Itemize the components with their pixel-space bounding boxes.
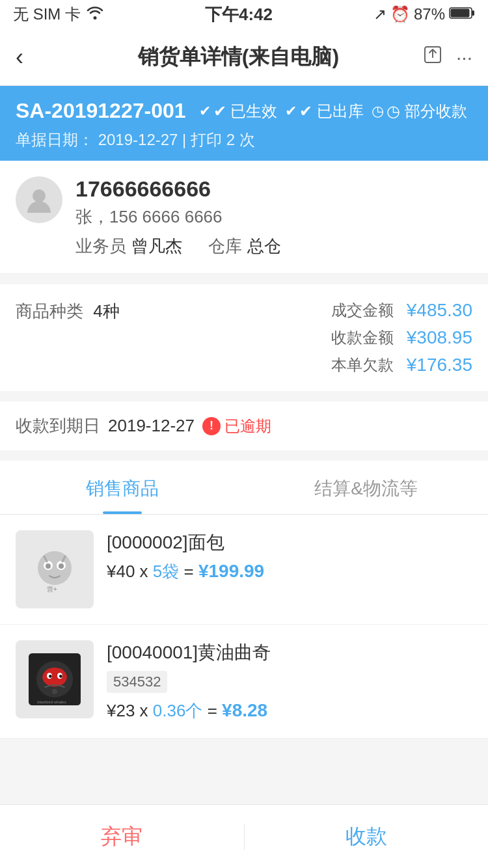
product-name-cookie: [00040001]黄油曲奇: [107, 640, 472, 665]
svg-point-19: [52, 689, 57, 694]
status-bar: 无 SIM 卡 下午4:42 ↗ ⏰ 87%: [0, 0, 488, 29]
svg-rect-14: [42, 674, 66, 680]
customer-section: 17666666666 张，156 6666 6666 业务员 曾凡杰 仓库 总…: [0, 161, 488, 274]
alarm-icon: ⏰: [390, 5, 410, 23]
sim-indicator: 无 SIM 卡: [13, 4, 81, 25]
product-image-cookie: blackbird whales: [16, 640, 94, 718]
svg-point-5: [38, 551, 72, 585]
category-label: 商品种类: [16, 301, 83, 321]
product-item: blackbird whales [00040001]黄油曲奇 534532 ¥…: [0, 625, 488, 739]
customer-avatar: [16, 176, 62, 223]
warehouse-label: 仓库: [208, 235, 242, 258]
product-image-bread: 营+: [16, 530, 94, 608]
share-icon[interactable]: [422, 44, 443, 70]
page-title: 销货单详情(来自电脑): [138, 43, 339, 72]
nav-bar: ‹ 销货单详情(来自电脑) ···: [0, 29, 488, 86]
order-date-label: 单据日期：: [16, 131, 94, 148]
price-eq-cookie: =: [208, 701, 222, 720]
salesperson-label: 业务员: [75, 235, 126, 258]
order-number: SA-20191227-001: [16, 99, 186, 123]
transaction-label: 成交金额: [331, 300, 394, 321]
order-badges: ✔ 已生效 ✔ 已出库 ◷ 部分收款: [199, 101, 467, 122]
svg-point-17: [49, 675, 52, 678]
collect-payment-button[interactable]: 收款: [245, 809, 489, 864]
battery-percentage: 87%: [414, 5, 445, 23]
product-name-bread: [0000002]面包: [107, 530, 472, 555]
price-eq: =: [184, 562, 198, 581]
tab-settlement-logistics[interactable]: 结算&物流等: [244, 461, 488, 514]
status-time: 下午4:42: [205, 3, 273, 26]
more-icon[interactable]: ···: [456, 46, 472, 68]
price-total: ¥199.99: [198, 561, 264, 581]
customer-name: 17666666666: [75, 176, 472, 202]
products-section: 营+ [0000002]面包 ¥40 x 5袋 = ¥199.99: [0, 515, 488, 739]
stats-section: 商品种类 4种 成交金额 ¥485.30 收款金额 ¥308.95 本单欠款 ¥…: [0, 284, 488, 391]
salesperson-item: 业务员 曾凡杰: [75, 235, 182, 258]
status-right: ↗ ⏰ 87%: [373, 5, 475, 23]
due-date-value: 2019-12-27: [108, 416, 195, 436]
price-qty-cookie: 0.36个: [153, 701, 203, 720]
svg-rect-1: [472, 10, 474, 16]
order-header: SA-20191227-001 ✔ 已生效 ✔ 已出库 ◷ 部分收款 单据日期：…: [0, 86, 488, 161]
due-label: 收款到期日: [16, 414, 100, 437]
battery-icon: [449, 5, 475, 23]
product-details-bread: [0000002]面包 ¥40 x 5袋 = ¥199.99: [107, 530, 472, 583]
back-button[interactable]: ‹: [16, 44, 55, 71]
warehouse-item: 仓库 总仓: [208, 235, 281, 258]
print-info: | 打印 2 次: [182, 131, 255, 148]
svg-point-9: [59, 563, 64, 569]
svg-text:blackbird whales: blackbird whales: [37, 700, 66, 704]
transaction-amount: ¥485.30: [407, 300, 472, 321]
stats-right: 成交金额 ¥485.30 收款金额 ¥308.95 本单欠款 ¥176.35: [331, 300, 472, 375]
svg-point-4: [33, 189, 46, 202]
debt-label: 本单欠款: [331, 355, 394, 375]
nav-actions: ···: [422, 44, 472, 70]
tabs-section: 销售商品 结算&物流等: [0, 461, 488, 515]
price-qty: 5袋: [153, 562, 179, 581]
svg-point-18: [59, 675, 62, 678]
product-price-cookie: ¥23 x 0.36个 = ¥8.28: [107, 699, 472, 722]
svg-rect-2: [450, 9, 469, 18]
product-price-bread: ¥40 x 5袋 = ¥199.99: [107, 560, 472, 583]
debt-amount: ¥176.35: [407, 355, 472, 375]
cancel-review-button[interactable]: 弃审: [0, 809, 244, 864]
badge-shipped: ✔ 已出库: [285, 101, 364, 122]
due-section: 收款到期日 2019-12-27 ! 已逾期: [0, 401, 488, 450]
customer-meta: 业务员 曾凡杰 仓库 总仓: [75, 235, 472, 258]
overdue-icon: !: [202, 417, 221, 435]
salesperson-value: 曾凡杰: [131, 235, 182, 258]
location-icon: ↗: [373, 5, 386, 23]
bottom-bar: 弃审 收款: [0, 804, 488, 868]
debt-row: 本单欠款 ¥176.35: [331, 355, 472, 375]
overdue-badge: ! 已逾期: [202, 416, 271, 437]
warehouse-value: 总仓: [247, 235, 281, 258]
stats-left: 商品种类 4种: [16, 300, 120, 323]
product-tag-cookie: 534532: [107, 671, 167, 693]
received-label: 收款金额: [331, 327, 394, 348]
svg-text:营+: 营+: [47, 586, 57, 593]
order-date: 单据日期： 2019-12-27 | 打印 2 次: [16, 129, 472, 150]
price-base-cookie: ¥23 x: [107, 701, 153, 720]
order-date-value: 2019-12-27: [98, 131, 178, 148]
price-base: ¥40 x: [107, 562, 153, 581]
tab-sales-products[interactable]: 销售商品: [0, 461, 244, 514]
badge-activated: ✔ 已生效: [199, 101, 278, 122]
price-total-cookie: ¥8.28: [222, 700, 267, 720]
status-left: 无 SIM 卡: [13, 4, 104, 25]
transaction-row: 成交金额 ¥485.30: [331, 300, 472, 321]
product-details-cookie: [00040001]黄油曲奇 534532 ¥23 x 0.36个 = ¥8.2…: [107, 640, 472, 722]
badge-partial-payment: ◷ 部分收款: [372, 101, 467, 122]
wifi-icon: [86, 5, 104, 23]
customer-info: 17666666666 张，156 6666 6666 业务员 曾凡杰 仓库 总…: [75, 176, 472, 258]
category-value: 4种: [93, 301, 119, 321]
received-row: 收款金额 ¥308.95: [331, 327, 472, 348]
received-amount: ¥308.95: [407, 327, 472, 348]
customer-contact: 张，156 6666 6666: [75, 206, 472, 228]
svg-point-8: [46, 563, 51, 569]
overdue-text: 已逾期: [224, 416, 271, 437]
product-item: 营+ [0000002]面包 ¥40 x 5袋 = ¥199.99: [0, 515, 488, 625]
